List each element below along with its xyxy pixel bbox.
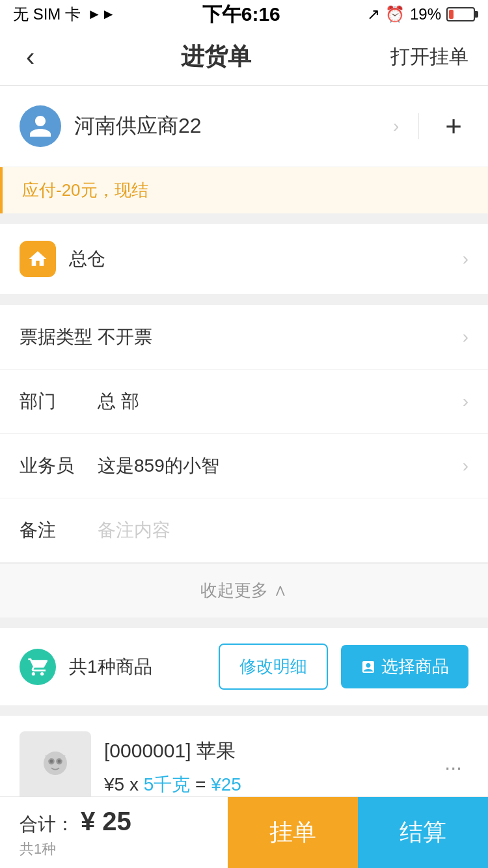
product-title: 苹果	[197, 740, 236, 761]
remark-row[interactable]: 备注 备注内容	[0, 498, 488, 563]
form-card: 票据类型 不开票 › 部门 总 部 › 业务员 这是859的小智 › 备注 备注…	[0, 305, 488, 617]
product-equals: =	[195, 774, 211, 794]
collapse-button[interactable]: 收起更多 ∧	[0, 563, 488, 617]
battery-fill	[449, 10, 454, 19]
warehouse-icon	[20, 241, 56, 277]
warehouse-row[interactable]: 总仓 ›	[0, 224, 488, 295]
home-icon	[27, 249, 48, 269]
user-icon	[27, 113, 53, 139]
product-quantity: 5千克	[144, 774, 191, 794]
invoice-type-row[interactable]: 票据类型 不开票 ›	[0, 305, 488, 370]
product-info: [0000001] 苹果 ¥5 x 5千克 = ¥25	[104, 738, 425, 797]
salesman-chevron: ›	[463, 455, 468, 476]
salesman-label: 业务员	[20, 454, 98, 478]
products-count: 共1种商品	[69, 655, 206, 679]
product-more-button[interactable]: ···	[438, 749, 468, 786]
select-product-button[interactable]: 选择商品	[341, 645, 468, 688]
department-value: 总 部	[98, 389, 463, 414]
product-multiply: x	[129, 774, 144, 794]
add-button[interactable]: +	[439, 110, 468, 142]
product-name: [0000001] 苹果	[104, 738, 425, 765]
settle-button[interactable]: 结算	[358, 797, 488, 869]
product-unit-price: ¥5	[104, 774, 124, 794]
product-placeholder-icon	[36, 748, 75, 787]
total-count: 共1种	[20, 839, 208, 859]
location-icon: ↗	[367, 5, 380, 23]
divider	[418, 113, 419, 139]
carrier-label: 无 SIM 卡	[13, 4, 81, 25]
remark-value: 备注内容	[98, 518, 468, 543]
supplier-name: 河南供应商22	[74, 112, 393, 141]
svg-point-3	[50, 760, 53, 763]
product-total: ¥25	[211, 774, 241, 794]
total-amount: ¥ 25	[81, 807, 131, 836]
department-label: 部门	[20, 389, 98, 414]
battery-percent: 19%	[410, 5, 441, 23]
shopping-icon	[27, 657, 48, 677]
hang-button[interactable]: 挂单	[228, 797, 358, 869]
page-title: 进货单	[181, 41, 251, 73]
battery-icon	[446, 7, 475, 21]
select-product-label: 选择商品	[381, 655, 449, 678]
product-price: ¥5 x 5千克 = ¥25	[104, 772, 425, 797]
status-time: 下午6:16	[202, 1, 280, 28]
wifi-icon: ►►	[87, 6, 116, 23]
back-button[interactable]: ‹	[20, 36, 41, 78]
bottom-bar: 合计： ¥ 25 共1种 挂单 结算	[0, 796, 488, 868]
main-content: 河南供应商22 › + 应付-20元，现结 总仓 › 票据类型 不开票 ›	[0, 86, 488, 868]
status-bar: 无 SIM 卡 ►► 下午6:16 ↗ ⏰ 19%	[0, 0, 488, 29]
product-code: [0000001]	[104, 740, 191, 761]
products-icon	[20, 649, 56, 685]
edit-detail-button[interactable]: 修改明细	[219, 644, 328, 690]
invoice-type-value: 不开票	[98, 325, 463, 349]
department-chevron: ›	[463, 391, 468, 412]
supplier-avatar	[20, 105, 61, 147]
warehouse-chevron: ›	[463, 249, 468, 269]
supplier-chevron: ›	[393, 116, 399, 137]
salesman-value: 这是859的小智	[98, 454, 463, 478]
supplier-actions: › +	[393, 110, 468, 142]
open-pending-button[interactable]: 打开挂单	[390, 44, 468, 70]
supplier-card: 河南供应商22 › + 应付-20元，现结	[0, 86, 488, 213]
warehouse-name: 总仓	[69, 247, 463, 271]
status-left: 无 SIM 卡 ►►	[13, 4, 116, 25]
select-product-icon	[360, 659, 376, 675]
total-section: 合计： ¥ 25 共1种	[0, 807, 228, 859]
warehouse-card: 总仓 ›	[0, 224, 488, 295]
invoice-chevron: ›	[463, 327, 468, 347]
status-right: ↗ ⏰ 19%	[367, 5, 475, 23]
svg-point-4	[58, 760, 61, 763]
invoice-type-label: 票据类型	[20, 325, 98, 349]
total-prefix: 合计：	[20, 812, 74, 837]
notice-banner: 应付-20元，现结	[0, 167, 488, 213]
nav-bar: ‹ 进货单 打开挂单	[0, 29, 488, 86]
total-label: 合计： ¥ 25	[20, 807, 208, 837]
department-row[interactable]: 部门 总 部 ›	[0, 370, 488, 434]
products-header: 共1种商品 修改明细 选择商品	[0, 628, 488, 705]
salesman-row[interactable]: 业务员 这是859的小智 ›	[0, 434, 488, 498]
remark-label: 备注	[20, 518, 98, 543]
svg-point-0	[44, 752, 67, 775]
supplier-row[interactable]: 河南供应商22 › +	[0, 86, 488, 167]
product-thumbnail	[20, 731, 91, 803]
alarm-icon: ⏰	[385, 5, 405, 23]
